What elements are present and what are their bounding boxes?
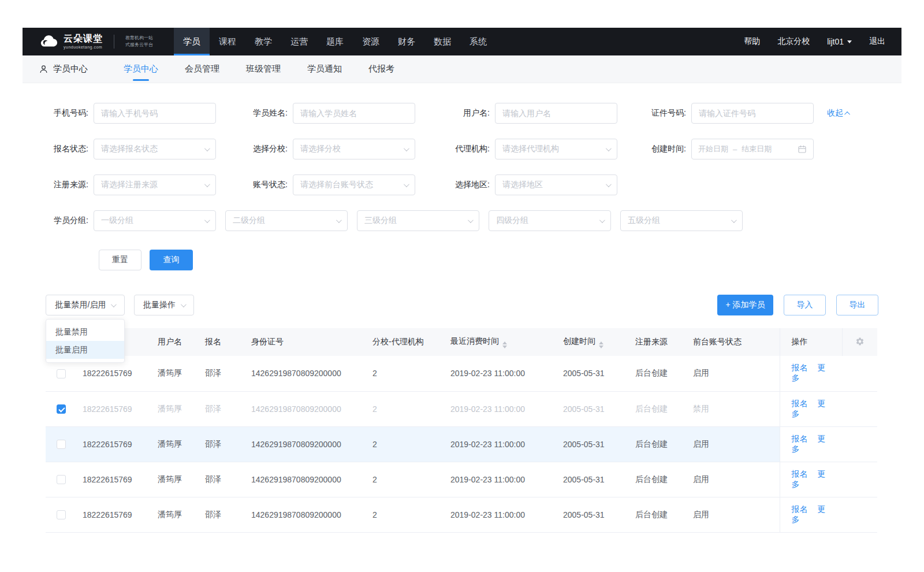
action-enroll-link[interactable]: 报名 (792, 399, 808, 408)
row-checkbox[interactable] (57, 475, 66, 484)
row-checkbox[interactable] (57, 510, 66, 519)
cell-phone: 18222615769 (77, 462, 152, 497)
tab-proxy-exam[interactable]: 代报考 (368, 55, 394, 83)
cell-actions: 报名更多 (780, 426, 842, 462)
table-row: 18222615769潘筠厚邵泽142629198708092000002201… (46, 426, 877, 462)
cell-enroll: 邵泽 (199, 391, 245, 426)
table-toolbar: 批量禁用/启用 批量操作 + 添加学员 导入 导出 批量禁用 批量启用 (46, 295, 878, 315)
cell-status: 启用 (687, 356, 780, 391)
cell-enroll: 邵泽 (199, 426, 245, 462)
row-checkbox[interactable] (57, 369, 66, 378)
chevron-down-icon (404, 181, 409, 187)
cell-actions: 报名更多 (780, 391, 842, 426)
username-input[interactable] (495, 103, 617, 124)
row-checkbox[interactable] (57, 440, 66, 449)
chevron-down-icon (606, 181, 612, 187)
nav-item-data[interactable]: 数据 (424, 28, 460, 55)
menu-item-batch-enable[interactable]: 批量启用 (46, 341, 124, 359)
cell-consume: 2019-02-23 11:00:00 (445, 426, 557, 462)
agency-select[interactable]: 请选择代理机构 (495, 139, 617, 159)
student-name-input[interactable] (293, 103, 415, 124)
app-window: 云朵课堂 yunduoketang.com 教育机构一站 式服务云平台 学员 课… (23, 28, 901, 567)
row-checkbox[interactable] (57, 404, 66, 414)
group-level4-select[interactable]: 四级分组 (489, 210, 611, 231)
brand-domain: yunduoketang.com (64, 45, 103, 49)
cell-gear-spacer (842, 391, 877, 426)
add-student-button[interactable]: + 添加学员 (717, 295, 773, 315)
reg-source-select[interactable]: 请选择注册来源 (94, 174, 216, 195)
action-enroll-link[interactable]: 报名 (792, 363, 808, 372)
topbar: 云朵课堂 yunduoketang.com 教育机构一站 式服务云平台 学员 课… (23, 28, 901, 55)
cell-actions: 报名更多 (780, 356, 842, 391)
account-status-select[interactable]: 请选择前台账号状态 (293, 174, 415, 195)
chevron-down-icon (204, 181, 210, 187)
tab-student-notice[interactable]: 学员通知 (307, 55, 342, 83)
cell-gear-spacer (842, 462, 877, 497)
reg-source-label: 注册来源: (46, 180, 94, 190)
cell-gear-spacer (842, 356, 877, 391)
batch-operations-dropdown-button[interactable]: 批量操作 (134, 295, 194, 315)
cell-user: 潘筠厚 (152, 391, 199, 426)
main-content: 手机号码: 学员姓名: 用户名: 证件号码: 收起 报名状 (23, 83, 901, 567)
nav-item-teaching[interactable]: 教学 (245, 28, 281, 55)
export-button[interactable]: 导出 (836, 295, 878, 315)
cell-enroll: 邵泽 (199, 462, 245, 497)
table-header-row: 用户名 报名 身份证号 分校-代理机构 最近消费时间 创建时间 注册来源 前台账… (46, 328, 877, 356)
nav-item-courses[interactable]: 课程 (210, 28, 245, 55)
enroll-status-select[interactable]: 请选择报名状态 (94, 139, 216, 159)
branch-link[interactable]: 北京分校 (777, 36, 810, 47)
enroll-status-label: 报名状态: (46, 144, 94, 154)
group-level2-select[interactable]: 二级分组 (225, 210, 348, 231)
tab-member-management[interactable]: 会员管理 (185, 55, 219, 83)
chevron-down-icon (468, 217, 474, 223)
cell-phone: 18222615769 (77, 426, 152, 462)
section-title: 学员中心 (39, 64, 88, 75)
subnav: 学员中心 学员中心 会员管理 班级管理 学员通知 代报考 (23, 55, 901, 83)
header-id-number: 身份证号 (245, 328, 367, 356)
group-level1-select[interactable]: 一级分组 (94, 210, 216, 231)
collapse-filters-link[interactable]: 收起 (827, 108, 850, 118)
logout-link[interactable]: 退出 (869, 36, 885, 47)
menu-item-batch-disable[interactable]: 批量禁用 (46, 323, 124, 341)
sort-icon[interactable] (599, 341, 603, 348)
nav-item-question-bank[interactable]: 题库 (317, 28, 353, 55)
table-row: 18222615769潘筠厚邵泽142629198708092000002201… (46, 497, 877, 532)
tab-student-center[interactable]: 学员中心 (124, 55, 158, 83)
cell-branch: 2 (367, 426, 445, 462)
sort-icon[interactable] (502, 341, 507, 348)
help-link[interactable]: 帮助 (744, 36, 760, 47)
tab-class-management[interactable]: 班级管理 (246, 55, 281, 83)
cell-created: 2005-05-31 (557, 462, 629, 497)
nav-item-system[interactable]: 系统 (460, 28, 496, 55)
group-level5-select[interactable]: 五级分组 (620, 210, 743, 231)
import-button[interactable]: 导入 (784, 295, 826, 315)
nav-item-finance[interactable]: 财务 (389, 28, 424, 55)
nav-item-resources[interactable]: 资源 (353, 28, 389, 55)
cell-consume: 2019-02-23 11:00:00 (445, 497, 557, 532)
cell-user: 潘筠厚 (152, 356, 199, 391)
action-enroll-link[interactable]: 报名 (792, 469, 808, 478)
phone-input[interactable] (94, 103, 216, 124)
students-table: 用户名 报名 身份证号 分校-代理机构 最近消费时间 创建时间 注册来源 前台账… (46, 328, 877, 533)
nav-item-students[interactable]: 学员 (174, 28, 210, 55)
school-select[interactable]: 请选择分校 (293, 139, 415, 159)
header-settings (842, 328, 877, 356)
nav-item-operation[interactable]: 运营 (281, 28, 317, 55)
search-button[interactable]: 查询 (150, 250, 193, 270)
chevron-down-icon (599, 217, 605, 223)
created-date-range-picker[interactable]: 开始日期 – 结束日期 (691, 139, 814, 159)
batch-disable-enable-dropdown-button[interactable]: 批量禁用/启用 (46, 295, 125, 315)
cell-phone: 18222615769 (77, 497, 152, 532)
gear-icon[interactable] (855, 337, 865, 346)
region-select[interactable]: 请选择地区 (495, 174, 617, 195)
action-enroll-link[interactable]: 报名 (792, 434, 808, 443)
idcard-input[interactable] (691, 103, 814, 124)
cell-idno: 14262919870809200000 (245, 497, 367, 532)
reset-button[interactable]: 重置 (99, 250, 141, 270)
cell-checkbox (46, 426, 77, 462)
group-level3-select[interactable]: 三级分组 (357, 210, 479, 231)
cell-branch: 2 (367, 462, 445, 497)
agency-label: 代理机构: (447, 144, 495, 154)
action-enroll-link[interactable]: 报名 (792, 504, 808, 514)
user-menu[interactable]: lijt01 (827, 37, 852, 46)
